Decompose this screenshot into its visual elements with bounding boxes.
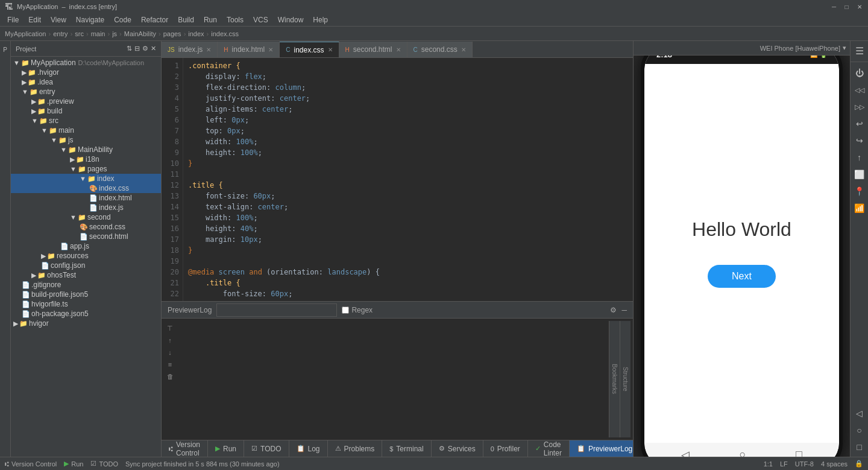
code-editor[interactable]: 1234567891011121314151617181920212223242… [162, 58, 633, 301]
breadcrumb-mainability[interactable]: MainAbility [124, 30, 156, 37]
tab-secondhtml[interactable]: H second.html ✕ [339, 42, 407, 57]
window-minimize[interactable]: ─ [830, 3, 838, 11]
prev-rotate-left-icon[interactable]: ↩ [852, 116, 867, 131]
prev-rotate-right-icon[interactable]: ↪ [852, 133, 867, 148]
status-todo[interactable]: ☑ TODO [90, 460, 118, 468]
prev-up-icon[interactable]: ↑ [852, 150, 867, 165]
tree-expand-btn[interactable]: ⇅ [127, 45, 132, 52]
prev-recents-phone-icon[interactable]: □ [852, 440, 867, 454]
tab-close-btn[interactable]: ✕ [268, 46, 273, 53]
tree-item-indexhtml[interactable]: 📄 index.html [11, 193, 161, 203]
tree-item-entry[interactable]: ▼ 📁 entry [11, 87, 161, 97]
tree-item-hvigor[interactable]: ▶ 📁 .hvigor [11, 68, 161, 77]
log-bookmarks-panel[interactable]: Bookmarks [609, 321, 620, 437]
tree-item-appjs[interactable]: 📄 app.js [11, 241, 161, 251]
phone-home-icon[interactable]: ○ [740, 448, 746, 457]
bottom-tab-codelinter[interactable]: ✓ Code Linter [528, 440, 570, 457]
log-scroll-top-icon[interactable]: ⊤ [165, 323, 175, 333]
bottom-tab-profiler[interactable]: 0 Profiler [483, 440, 528, 457]
tree-item-js[interactable]: ▼ 📁 js [11, 135, 161, 145]
breadcrumb-indexcss[interactable]: index.css [211, 30, 239, 37]
tree-item-configjson[interactable]: 📄 config.json [11, 261, 161, 270]
tree-item-secondcss[interactable]: 🎨 second.css [11, 222, 161, 232]
status-lock-icon[interactable]: 🔒 [855, 460, 863, 468]
tree-item-resources[interactable]: ▶ 📁 resources [11, 251, 161, 261]
phone-next-button[interactable]: Next [708, 265, 776, 288]
device-selector-dropdown-icon[interactable]: ▾ [843, 44, 846, 52]
menu-code[interactable]: Code [109, 14, 136, 25]
tree-item-hvigor-root[interactable]: ▶ 📁 hvigor [11, 319, 161, 328]
prev-wifi-icon[interactable]: 📶 [852, 201, 867, 215]
breadcrumb-pages[interactable]: pages [163, 30, 181, 37]
menu-build[interactable]: Build [173, 14, 199, 25]
breadcrumb-main[interactable]: main [91, 30, 105, 37]
prev-location-icon[interactable]: 📍 [852, 184, 867, 198]
log-filter-icon[interactable]: ≡ [165, 360, 175, 369]
bottom-tab-services[interactable]: ⚙ Services [432, 440, 483, 457]
log-scroll-down-icon[interactable]: ↓ [165, 348, 175, 357]
tab-close-btn[interactable]: ✕ [461, 46, 466, 53]
status-run[interactable]: ▶ Run [64, 460, 83, 468]
status-indent[interactable]: 4 spaces [821, 460, 848, 468]
tree-item-preview[interactable]: ▶ 📁 .preview [11, 97, 161, 106]
menu-navigate[interactable]: Navigate [71, 14, 109, 25]
bottom-tab-previewerlog[interactable]: 📋 PreviewerLog [570, 440, 633, 457]
tab-close-btn[interactable]: ✕ [396, 46, 401, 53]
bottom-tab-problems[interactable]: ⚠ Problems [328, 440, 383, 457]
tree-item-ohostest[interactable]: ▶ 📁 ohosTest [11, 270, 161, 280]
breadcrumb-src[interactable]: src [75, 30, 84, 37]
tab-close-btn[interactable]: ✕ [206, 46, 211, 53]
prev-power-icon[interactable]: ⏻ [852, 66, 867, 80]
tree-item-secondhtml[interactable]: 📄 second.html [11, 232, 161, 241]
breadcrumb-entry[interactable]: entry [53, 30, 68, 37]
log-scroll-up-icon[interactable]: ↑ [165, 335, 175, 345]
window-close[interactable]: ✕ [855, 3, 863, 11]
menu-vcs[interactable]: VCS [248, 14, 273, 25]
tree-item-indexcss[interactable]: 🎨 index.css [11, 183, 161, 193]
prev-vol-down-icon[interactable]: ◁◁ [852, 83, 867, 97]
tab-close-btn[interactable]: ✕ [328, 46, 333, 53]
bottom-tab-log[interactable]: 📋 Log [289, 440, 328, 457]
log-search-input[interactable] [216, 303, 337, 317]
menu-file[interactable]: File [2, 14, 24, 25]
prev-screen-icon[interactable]: ⬜ [852, 167, 867, 182]
tree-item-myapplication[interactable]: ▼ 📁 MyApplication D:\code\MyApplication [11, 58, 161, 68]
breadcrumb-myapp[interactable]: MyApplication [5, 30, 46, 37]
tree-item-index-folder[interactable]: ▼ 📁 index [11, 174, 161, 183]
breadcrumb-js[interactable]: js [112, 30, 117, 37]
tree-settings-btn[interactable]: ⚙ [142, 45, 148, 52]
prev-back-phone-icon[interactable]: ◁ [852, 406, 867, 421]
tree-close-btn[interactable]: ✕ [151, 45, 156, 52]
tree-item-pages[interactable]: ▼ 📁 pages [11, 164, 161, 174]
tab-indexhtml[interactable]: H index.html ✕ [218, 42, 280, 57]
window-maximize[interactable]: □ [843, 3, 851, 11]
phone-back-icon[interactable]: ◁ [681, 448, 690, 457]
tab-secondcss[interactable]: C second.css ✕ [407, 42, 473, 57]
tree-item-ohpackage[interactable]: 📄 oh-package.json5 [11, 309, 161, 319]
status-linefeed[interactable]: LF [780, 460, 788, 468]
menu-window[interactable]: Window [273, 14, 309, 25]
tab-indexcss[interactable]: C index.css ✕ [280, 42, 339, 57]
menu-view[interactable]: View [46, 14, 71, 25]
menu-edit[interactable]: Edit [24, 14, 46, 25]
log-regex-checkbox[interactable] [342, 306, 349, 314]
sidebar-project-icon[interactable]: P [1, 45, 10, 54]
bottom-tab-versioncontrol[interactable]: ⑆ Version Control [162, 440, 208, 457]
tree-item-idea[interactable]: ▶ 📁 .idea [11, 77, 161, 87]
tree-item-main[interactable]: ▼ 📁 main [11, 125, 161, 135]
log-close-icon[interactable]: ─ [621, 306, 627, 314]
menu-help[interactable]: Help [308, 14, 333, 25]
tree-item-mainability[interactable]: ▼ 📁 MainAbility [11, 145, 161, 154]
status-encoding[interactable]: UTF-8 [795, 460, 814, 468]
device-selector-label[interactable]: WEI Phone [HuaweiPhone] [760, 45, 840, 52]
tree-item-build[interactable]: ▶ 📁 build [11, 106, 161, 116]
tab-indexjs[interactable]: JS index.js ✕ [162, 42, 218, 57]
status-version-control[interactable]: ⑆ Version Control [5, 460, 57, 468]
code-content[interactable]: .container { display: flex; flex-directi… [183, 58, 633, 301]
menu-refactor[interactable]: Refactor [136, 14, 173, 25]
phone-recents-icon[interactable]: □ [796, 448, 802, 457]
log-trash-icon[interactable]: 🗑 [165, 372, 175, 381]
breadcrumb-index[interactable]: index [188, 30, 204, 37]
tree-item-hvigorfile[interactable]: 📄 hvigorfile.ts [11, 299, 161, 309]
menu-run[interactable]: Run [199, 14, 222, 25]
